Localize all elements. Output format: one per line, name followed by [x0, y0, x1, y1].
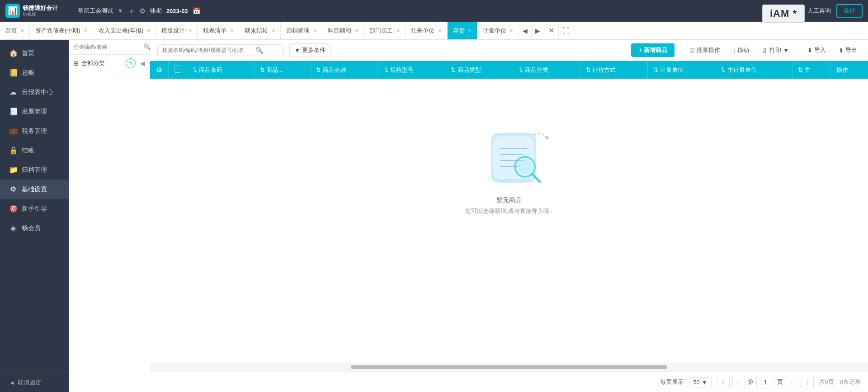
- tab-counterparty-close-icon[interactable]: ×: [438, 28, 441, 34]
- tab-inventory[interactable]: 存货 ×: [448, 22, 477, 40]
- th-main-unit[interactable]: ⇅ 主计量单位: [715, 61, 792, 79]
- tab-tax-list-close-icon[interactable]: ×: [230, 28, 233, 34]
- tab-close-all-icon[interactable]: ✕: [544, 22, 559, 40]
- category-all-row[interactable]: ⊞ 全部分类 ✎ ◀: [69, 55, 150, 72]
- tab-expand-icon[interactable]: ⛶: [559, 22, 573, 40]
- table-header-row: ⚙ ⇅ 商品条码: [150, 61, 868, 79]
- tax-icon: 💼: [9, 127, 17, 135]
- select-all-checkbox[interactable]: [174, 66, 181, 73]
- page-unit: 页: [777, 378, 783, 386]
- tab-template-design-close-icon[interactable]: ×: [189, 28, 192, 34]
- tab-home[interactable]: 首页 ×: [0, 22, 30, 40]
- th-unit[interactable]: ⇅ 计量单位: [648, 61, 715, 79]
- th-spec[interactable]: ⇅ 规格型号: [378, 61, 445, 79]
- tab-balance-sheet-close-icon[interactable]: ×: [84, 28, 87, 34]
- tab-template-design[interactable]: 模版设计 ×: [156, 22, 198, 40]
- th-type-label: ⇅ 商品类型: [451, 66, 481, 74]
- add-product-button[interactable]: + 新增商品: [631, 43, 674, 57]
- sidebar-item-invoice[interactable]: 🧾 发票管理: [0, 102, 69, 121]
- tab-nav-right-icon[interactable]: ▶: [532, 22, 544, 40]
- tab-income-statement[interactable]: 收入支出表(年报) ×: [93, 22, 156, 40]
- workspace-dropdown-icon[interactable]: ▼: [118, 8, 123, 14]
- sidebar-item-member[interactable]: ◈ 畅会员: [0, 218, 69, 238]
- add-workspace-icon[interactable]: ＋: [127, 5, 136, 16]
- th-barcode[interactable]: ⇅ 商品条码: [187, 61, 254, 79]
- horizontal-scrollbar-thumb[interactable]: [351, 365, 667, 369]
- tab-dept-employee[interactable]: 部门员工 ×: [364, 22, 406, 40]
- sidebar-item-ledger[interactable]: 📒 总账: [0, 63, 69, 82]
- sidebar-item-ledger-label: 总账: [22, 69, 34, 77]
- sidebar-pin-toggle[interactable]: ◄ 取消固定: [0, 373, 69, 392]
- tab-home-close-icon[interactable]: ×: [21, 28, 24, 34]
- th-type[interactable]: ⇅ 商品类型: [445, 61, 513, 79]
- sidebar-item-guide[interactable]: 🎯 新手引导: [0, 199, 69, 218]
- tab-home-label: 首页: [5, 27, 17, 35]
- tab-period-close[interactable]: 期末结转 ×: [239, 22, 281, 40]
- product-search-input[interactable]: [162, 47, 253, 53]
- category-search-input[interactable]: [73, 44, 141, 50]
- th-code[interactable]: ⇅ 商品...: [254, 61, 310, 79]
- tab-subject-init[interactable]: 科目期初 ×: [322, 22, 364, 40]
- inner-layout: 🔍 ⊞ 全部分类 ✎ ◀ 🔍 ▼: [69, 40, 868, 392]
- th-category[interactable]: ⇅ 商品分类: [513, 61, 580, 79]
- account-button[interactable]: 会计: [836, 4, 863, 18]
- calendar-icon[interactable]: 📅: [193, 7, 200, 14]
- import-button[interactable]: ⬇ 导入: [804, 44, 830, 57]
- batch-operation-button[interactable]: ☑ 批量操作: [686, 44, 724, 57]
- tab-nav-left-icon[interactable]: ◀: [519, 22, 532, 40]
- tab-archive-mgmt-close-icon[interactable]: ×: [313, 28, 316, 34]
- sidebar-item-reports[interactable]: ☁ 云报表中心: [0, 82, 69, 102]
- tab-dept-employee-close-icon[interactable]: ×: [396, 28, 400, 34]
- settings-icon: ⚙: [9, 185, 17, 194]
- svg-point-6: [518, 160, 532, 174]
- tab-counterparty[interactable]: 往来单位 ×: [406, 22, 447, 40]
- th-col3[interactable]: ⇅ 主: [792, 61, 831, 79]
- move-icon: ↕: [733, 47, 736, 54]
- th-name[interactable]: ⇅ 商品名称: [311, 61, 378, 79]
- th-main-unit-label: ⇅ 主计量单位: [721, 66, 757, 74]
- tab-inventory-close-icon[interactable]: ×: [468, 28, 472, 34]
- page-last-btn[interactable]: ⟫: [801, 376, 814, 388]
- th-category-label: ⇅ 商品分类: [519, 66, 549, 74]
- workspace-name: 基层工会测试: [78, 7, 113, 15]
- tab-income-statement-close-icon[interactable]: ×: [147, 28, 150, 34]
- category-edit-icon[interactable]: ✎: [126, 58, 136, 68]
- sidebar-item-home[interactable]: 🏠 首页: [0, 43, 69, 63]
- print-button[interactable]: 🖨 打印 ▼: [758, 44, 793, 57]
- tab-unit-measure-close-icon[interactable]: ×: [510, 28, 513, 34]
- tab-period-close-close-icon[interactable]: ×: [272, 28, 275, 34]
- sidebar-item-invoice-label: 发票管理: [22, 108, 47, 116]
- page-first-btn[interactable]: ⟪: [717, 376, 730, 388]
- th-pricing[interactable]: ⇅ 计价方式: [580, 61, 647, 79]
- sidebar-item-archive[interactable]: 📁 归档管理: [0, 160, 69, 179]
- tab-tax-list[interactable]: 税表清单 ×: [198, 22, 239, 40]
- tab-balance-sheet[interactable]: 资产负债表(中期) ×: [30, 22, 93, 40]
- empty-desc: 您可以选择新增,或者直接导入哦~: [465, 207, 552, 215]
- th-action-label: 操作: [836, 66, 848, 73]
- horizontal-scrollbar-track[interactable]: [351, 365, 667, 369]
- th-settings[interactable]: ⚙: [150, 61, 168, 79]
- print-icon: 🖨: [762, 47, 768, 54]
- export-button[interactable]: ⬆ 导出: [835, 44, 861, 57]
- import-label: 导入: [814, 46, 826, 54]
- sidebar-item-settings[interactable]: ⚙ 基础设置: [0, 179, 69, 199]
- ledger-icon: 📒: [9, 68, 17, 77]
- product-search-icon[interactable]: 🔍: [255, 47, 263, 54]
- sidebar-item-close[interactable]: 🔒 结账: [0, 141, 69, 160]
- tab-archive-mgmt[interactable]: 归档管理 ×: [281, 22, 322, 40]
- page-number-input[interactable]: [756, 376, 774, 388]
- category-collapse-icon[interactable]: ◀: [140, 60, 145, 67]
- tab-template-design-label: 模版设计: [161, 27, 185, 35]
- tab-subject-init-close-icon[interactable]: ×: [355, 28, 358, 34]
- filter-button[interactable]: ▼ 更多条件: [289, 43, 330, 57]
- table-gear-icon[interactable]: ⚙: [156, 66, 162, 74]
- settings-gear-icon[interactable]: ⚙: [139, 7, 146, 15]
- sidebar-item-reports-label: 云报表中心: [22, 88, 53, 96]
- sidebar-item-tax[interactable]: 💼 税务管理: [0, 121, 69, 141]
- move-button[interactable]: ↕ 移动: [729, 44, 753, 57]
- per-page-select[interactable]: 50 ▼: [689, 377, 711, 387]
- page-prev-btn[interactable]: ‹: [732, 376, 745, 388]
- th-checkbox[interactable]: [168, 61, 187, 79]
- tab-unit-measure[interactable]: 计量单位 ×: [477, 22, 519, 40]
- page-next-btn[interactable]: ›: [786, 376, 798, 388]
